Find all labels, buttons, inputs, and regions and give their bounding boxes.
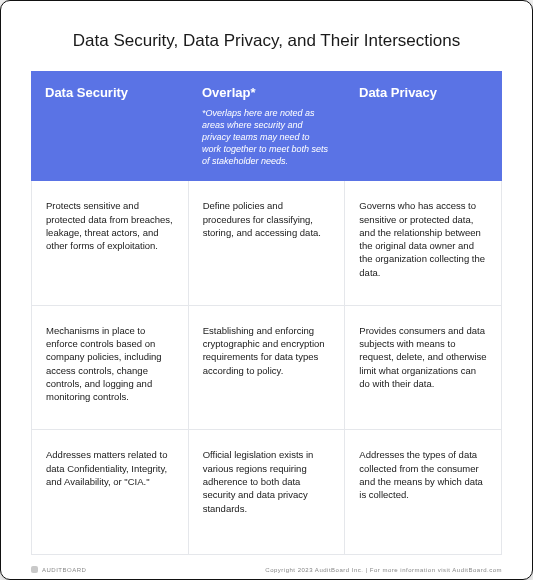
cell-text: Establishing and enforcing cryptographic… bbox=[203, 324, 331, 377]
table-body: Protects sensitive and protected data fr… bbox=[31, 181, 502, 555]
page-footer: AUDITBOARD Copyright 2023 AuditBoard Inc… bbox=[31, 566, 502, 573]
table-cell: Define policies and procedures for class… bbox=[189, 181, 346, 306]
cell-text: Protects sensitive and protected data fr… bbox=[46, 199, 174, 252]
cell-text: Provides consumers and data subjects wit… bbox=[359, 324, 487, 390]
brand-name: AUDITBOARD bbox=[42, 567, 86, 573]
cell-text: Mechanisms in place to enforce controls … bbox=[46, 324, 174, 404]
table-cell: Mechanisms in place to enforce controls … bbox=[32, 306, 189, 431]
table-cell: Provides consumers and data subjects wit… bbox=[345, 306, 502, 431]
table-cell: Addresses matters related to data Confid… bbox=[32, 430, 189, 555]
col-header-label: Overlap* bbox=[202, 85, 331, 101]
cell-text: Addresses the types of data collected fr… bbox=[359, 448, 487, 501]
cell-text: Addresses matters related to data Confid… bbox=[46, 448, 174, 488]
col-header-data-privacy: Data Privacy bbox=[345, 71, 502, 181]
col-header-label: Data Security bbox=[45, 85, 174, 101]
page-title: Data Security, Data Privacy, and Their I… bbox=[31, 31, 502, 51]
footer-brand: AUDITBOARD bbox=[31, 566, 86, 573]
footer-legal: Copyright 2023 AuditBoard Inc. | For mor… bbox=[265, 567, 502, 573]
cell-text: Governs who has access to sensitive or p… bbox=[359, 199, 487, 279]
table-cell: Protects sensitive and protected data fr… bbox=[32, 181, 189, 306]
col-header-note: *Overlaps here are noted as areas where … bbox=[202, 107, 331, 168]
table-header-row: Data Security Overlap* *Overlaps here ar… bbox=[31, 71, 502, 181]
col-header-data-security: Data Security bbox=[31, 71, 188, 181]
table-cell: Addresses the types of data collected fr… bbox=[345, 430, 502, 555]
cell-text: Official legislation exists in various r… bbox=[203, 448, 331, 514]
table-cell: Establishing and enforcing cryptographic… bbox=[189, 306, 346, 431]
col-header-label: Data Privacy bbox=[359, 85, 488, 101]
document-page: Data Security, Data Privacy, and Their I… bbox=[0, 0, 533, 580]
col-header-overlap: Overlap* *Overlaps here are noted as are… bbox=[188, 71, 345, 181]
brand-logo-icon bbox=[31, 566, 38, 573]
table-cell: Governs who has access to sensitive or p… bbox=[345, 181, 502, 306]
cell-text: Define policies and procedures for class… bbox=[203, 199, 331, 239]
table-cell: Official legislation exists in various r… bbox=[189, 430, 346, 555]
